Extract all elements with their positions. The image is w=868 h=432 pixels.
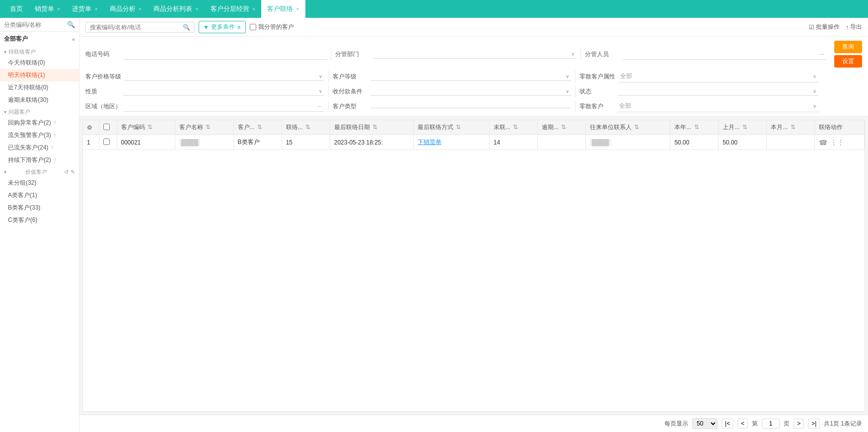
sidebar-search-input[interactable]	[4, 21, 67, 28]
last-page-btn[interactable]: >|	[808, 419, 820, 429]
col-contact-action: 联络动作	[815, 120, 865, 135]
status-select[interactable]: ∨	[617, 87, 818, 96]
payment-select[interactable]: ∨	[370, 87, 572, 96]
setting-button[interactable]: 设置	[834, 55, 862, 68]
help-icon-2[interactable]: ?	[50, 145, 53, 151]
division-person-select[interactable]: ···	[623, 49, 826, 60]
sort-icon-last-month[interactable]: ⇅	[742, 124, 747, 131]
help-icon-0[interactable]: ?	[53, 120, 56, 126]
sidebar-churn-warning[interactable]: 流失预警客户(3) ?	[0, 129, 79, 142]
next-page-btn[interactable]: >	[794, 419, 804, 429]
customer-type-select[interactable]	[370, 105, 572, 108]
col-label-last-method: 最后联络方式	[418, 124, 453, 131]
first-page-btn[interactable]: |<	[722, 419, 733, 429]
nav-customer-tiering[interactable]: 客户分层经营 ×	[205, 0, 261, 18]
help-icon-1[interactable]: ?	[53, 133, 56, 139]
filter-row-4: 区域（地区） ··· 客户类型 零散客户	[85, 100, 862, 112]
nav-close-customer-tiering[interactable]: ×	[252, 6, 255, 12]
sort-icon-person[interactable]: ⇅	[634, 124, 639, 131]
gender-select[interactable]: ∨	[123, 87, 324, 96]
search-box: 🔍	[85, 22, 195, 33]
row-uncontacted: 14	[489, 135, 537, 150]
sidebar-churned[interactable]: 已流失客户(24) ?	[0, 142, 79, 154]
query-button[interactable]: 查询	[834, 41, 862, 53]
nav-product-analysis[interactable]: 商品分析 ×	[104, 0, 147, 18]
sort-icon-this-year[interactable]: ⇅	[694, 124, 699, 131]
customer-level-select[interactable]: ∨	[370, 72, 572, 81]
sidebar-overdue-pending[interactable]: 逾期未联络(30)	[0, 94, 79, 106]
nav-customer-contact[interactable]: 客户联络 ×	[261, 0, 305, 18]
help-icon-3[interactable]: ?	[53, 157, 56, 163]
ellipsis-icon[interactable]: ···	[819, 51, 824, 58]
col-label-code: 客户编码	[121, 124, 145, 131]
phone-label: 电话号码	[85, 50, 120, 59]
export-btn[interactable]: ↑ 导出	[846, 23, 862, 31]
chevron-down-icon-8: ∨	[813, 103, 816, 109]
filter-customer-type: 客户类型	[333, 102, 572, 111]
sidebar-class-b[interactable]: B类客户(33)	[0, 202, 79, 214]
region-ellipsis[interactable]: ···	[317, 103, 322, 110]
sidebar-declining[interactable]: 持续下滑客户(2) ?	[0, 154, 79, 166]
sort-icon-this-month[interactable]: ⇅	[791, 124, 796, 131]
sidebar-week-pending[interactable]: 近7天待联络(0)	[0, 81, 79, 94]
sidebar-all-customers[interactable]: 全部客户 «	[0, 32, 79, 46]
chevron-down-icon-2: ∨	[319, 73, 322, 79]
nav-home[interactable]: 首页	[4, 0, 29, 18]
nav-close-product-analysis[interactable]: ×	[139, 6, 142, 12]
action-more-icon[interactable]: ⋮⋮	[830, 139, 844, 146]
sidebar-class-c[interactable]: C类客户(6)	[0, 214, 79, 226]
toolbar-right: ☑ 批量操作 ↑ 导出	[809, 23, 862, 31]
sidebar-class-a[interactable]: A类客户(1)	[0, 189, 79, 202]
nav-product-analysis-list[interactable]: 商品分析列表 ×	[147, 0, 204, 18]
row-checkbox[interactable]	[99, 135, 117, 150]
edit-icon[interactable]: ✎	[71, 169, 75, 175]
filter-phone: 电话号码	[85, 49, 327, 60]
chevron-down-icon-4: ∨	[813, 73, 816, 79]
division-dept-select[interactable]: ∨	[373, 50, 577, 59]
page-number-input[interactable]	[762, 419, 780, 429]
search-icon[interactable]: 🔍	[183, 24, 190, 31]
my-customers-checkbox[interactable]	[250, 24, 256, 30]
main-search-input[interactable]	[90, 24, 183, 31]
sort-icon-code[interactable]: ⇅	[147, 124, 152, 131]
data-table-area: ⚙ 客户编码 ⇅ 客户名称 ⇅ 客户...	[82, 120, 865, 412]
sidebar-ungrouped[interactable]: 未分组(32)	[0, 177, 79, 189]
sidebar-abnormal-repurchase[interactable]: 回购异常客户(2) ?	[0, 117, 79, 129]
phone-input[interactable]	[123, 49, 327, 60]
sidebar-tomorrow-pending[interactable]: 明天待联络(1)	[0, 69, 79, 81]
nav-close-product-analysis-list[interactable]: ×	[195, 6, 198, 12]
sidebar-search-icon[interactable]: 🔍	[67, 21, 75, 28]
select-all-checkbox[interactable]	[103, 124, 110, 130]
prev-page-btn[interactable]: <	[737, 419, 748, 429]
filter-more-btn[interactable]: ▼ 更多条件 ∧	[199, 21, 246, 33]
sort-icon-uncontacted[interactable]: ⇅	[513, 124, 518, 131]
col-label-this-year: 本年...	[674, 124, 691, 131]
filter-row-1: 电话号码 分管部门 ∨ 分管人员 ···	[85, 41, 862, 68]
row-last-month: 50.00	[719, 135, 767, 150]
sort-icon-overdue[interactable]: ⇅	[561, 124, 566, 131]
price-level-select[interactable]: ∨	[124, 72, 324, 81]
retail-attr-select[interactable]: 全部 ∨	[618, 71, 818, 82]
batch-operation-btn[interactable]: ☑ 批量操作	[809, 23, 840, 31]
refresh-icon[interactable]: ↺	[64, 169, 69, 175]
nav-close-purchase-order[interactable]: ×	[94, 6, 97, 12]
nav-close-sales-order[interactable]: ×	[57, 6, 60, 12]
col-last-contact-date: 最后联络日期 ⇅	[330, 120, 413, 135]
sort-icon-last-date[interactable]: ⇅	[372, 124, 377, 131]
region-select[interactable]: ···	[124, 101, 324, 112]
sort-icon-name[interactable]: ⇅	[206, 124, 211, 131]
division-dept-label: 分管部门	[335, 50, 370, 59]
settings-col[interactable]: ⚙	[83, 120, 99, 135]
chevron-down-icon-6: ∨	[566, 88, 569, 94]
nav-sales-order[interactable]: 销货单 ×	[29, 0, 66, 18]
nav-purchase-order[interactable]: 进货单 ×	[66, 0, 103, 18]
per-page-select[interactable]: 50 100	[692, 418, 718, 429]
sidebar-today-pending[interactable]: 今天待联络(0)	[0, 57, 79, 69]
sort-icon-contact[interactable]: ⇅	[305, 124, 310, 131]
sort-icon-type[interactable]: ⇅	[257, 124, 262, 131]
action-call-icon[interactable]: ☎	[819, 139, 827, 146]
retail-customer-select[interactable]: 全部 ∨	[617, 100, 818, 112]
sort-icon-last-method[interactable]: ⇅	[456, 124, 461, 131]
sidebar-value-icons: ↺ ✎	[64, 169, 75, 175]
nav-close-customer-contact[interactable]: ×	[296, 6, 299, 12]
